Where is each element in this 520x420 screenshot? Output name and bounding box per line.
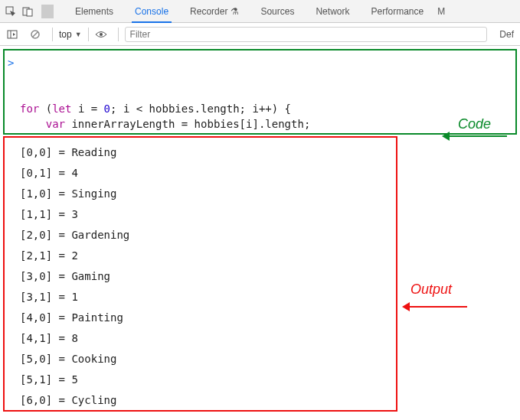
- annotation-code: Code: [458, 116, 491, 132]
- arrow-code: [446, 135, 507, 137]
- console-output: [0,0] = Reading[0,1] = 4[1,0] = Singing[…: [3, 136, 397, 412]
- annotation-output: Output: [410, 282, 452, 298]
- separator: [52, 28, 53, 41]
- svg-line-7: [33, 31, 38, 37]
- tab-label: Recorder: [190, 6, 227, 17]
- tab-label: Elements: [75, 6, 113, 17]
- tab-sources[interactable]: Sources: [250, 0, 305, 22]
- tab-label: Console: [135, 6, 168, 17]
- tab-console[interactable]: Console: [124, 0, 179, 22]
- tab-overflow[interactable]: M: [434, 0, 448, 22]
- console-input-code[interactable]: > for (let i = 0; i < hobbies.length; i+…: [3, 49, 517, 135]
- arrow-code-head: [442, 132, 450, 141]
- tab-network[interactable]: Network: [305, 0, 360, 22]
- svg-marker-5: [13, 33, 15, 36]
- svg-rect-3: [8, 31, 17, 38]
- clear-console-icon[interactable]: [29, 28, 41, 41]
- arrow-output-head: [402, 302, 410, 311]
- chevron-down-icon: ▼: [75, 31, 82, 38]
- default-levels-label[interactable]: Def: [499, 29, 514, 40]
- separator: [41, 5, 54, 18]
- eye-icon[interactable]: [95, 28, 107, 41]
- prompt-icon: >: [8, 55, 14, 70]
- separator: [118, 28, 119, 41]
- flask-icon: ⚗: [231, 6, 239, 17]
- context-label: top: [59, 29, 72, 40]
- console-body: > for (let i = 0; i < hobbies.length; i+…: [0, 46, 520, 415]
- svg-rect-2: [27, 9, 32, 16]
- svg-point-8: [100, 33, 103, 36]
- tab-elements[interactable]: Elements: [64, 0, 124, 22]
- context-selector[interactable]: top ▼: [59, 29, 82, 40]
- arrow-output: [406, 306, 467, 308]
- devtools-tabbar: Elements Console Recorder ⚗ Sources Netw…: [0, 0, 520, 23]
- sidebar-toggle-icon[interactable]: [6, 28, 18, 41]
- console-toolbar: top ▼ Def: [0, 23, 520, 46]
- tab-label: Performance: [371, 6, 424, 17]
- inspect-icon[interactable]: [5, 5, 17, 18]
- device-toggle-icon[interactable]: [21, 5, 34, 18]
- code-text: for (let i = 0; i < hobbies.length; i++)…: [20, 101, 509, 135]
- tab-label: Sources: [260, 6, 294, 17]
- separator: [88, 28, 89, 41]
- tab-recorder[interactable]: Recorder ⚗: [179, 0, 250, 22]
- filter-input[interactable]: [125, 27, 488, 42]
- tab-label: Network: [316, 6, 349, 17]
- tab-performance[interactable]: Performance: [360, 0, 434, 22]
- tab-label: M: [437, 6, 445, 17]
- output-text: [0,0] = Reading[0,1] = 4[1,0] = Singing[…: [20, 142, 390, 415]
